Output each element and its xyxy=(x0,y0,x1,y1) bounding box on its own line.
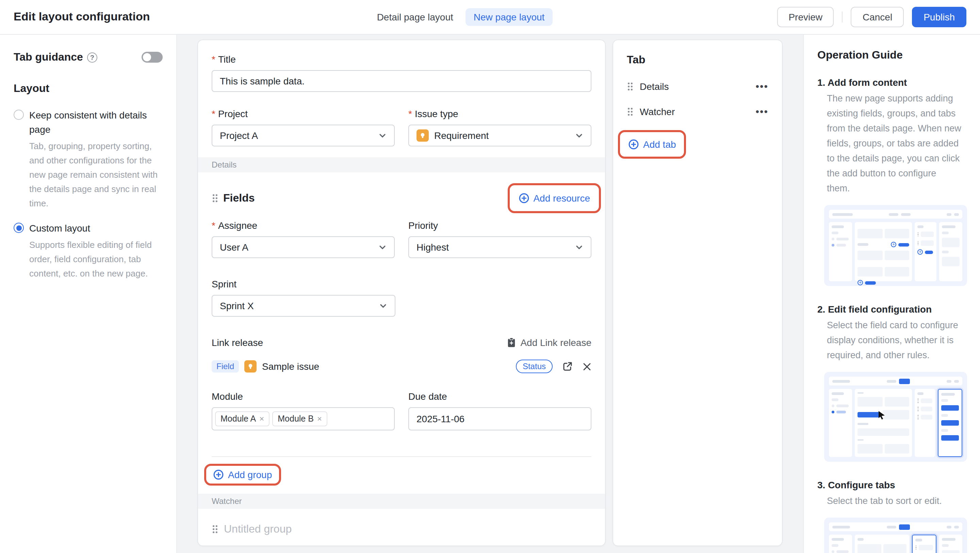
priority-select[interactable]: Highest xyxy=(408,236,592,258)
tab-item-watcher[interactable]: Watcher ••• xyxy=(627,105,768,118)
help-icon[interactable]: ? xyxy=(87,52,97,62)
clipboard-plus-icon xyxy=(506,337,516,348)
operation-guide-panel: Operation Guide 1. Add form content The … xyxy=(803,35,980,553)
tab-new-page-layout[interactable]: New page layout xyxy=(466,8,553,26)
tab-guidance-toggle[interactable] xyxy=(142,52,163,63)
guide-step-description: Select the field card to configure displ… xyxy=(817,318,962,363)
layout-option-custom[interactable]: Custom layout Supports flexible editing … xyxy=(14,222,163,280)
drag-handle-icon[interactable] xyxy=(212,524,218,535)
chevron-down-icon xyxy=(379,131,387,140)
edit-layout-configuration-page: Edit layout configuration Detail page la… xyxy=(0,0,980,553)
chevron-down-icon xyxy=(575,243,583,251)
requirement-type-icon xyxy=(417,129,429,142)
issue-type-icon xyxy=(244,360,256,373)
chevron-down-icon xyxy=(379,302,387,310)
drag-handle-icon[interactable] xyxy=(627,81,633,92)
plus-circle-icon xyxy=(518,193,529,204)
radio-selected-icon[interactable] xyxy=(14,223,24,233)
header: Edit layout configuration Detail page la… xyxy=(0,0,980,35)
priority-field-label: Priority xyxy=(408,220,592,231)
tab-panel-heading: Tab xyxy=(627,54,768,66)
drag-handle-icon[interactable] xyxy=(212,193,218,204)
guide-step-title: 3. Configure tabs xyxy=(817,480,966,490)
assignee-select[interactable]: User A xyxy=(212,236,395,258)
assignee-field-label: * Assignee xyxy=(212,220,395,231)
open-in-new-icon[interactable] xyxy=(562,361,573,372)
due-date-input[interactable]: 2025-11-06 xyxy=(408,407,592,430)
layout-heading: Layout xyxy=(14,83,163,95)
add-group-button[interactable]: Add group xyxy=(213,469,272,480)
operation-guide-heading: Operation Guide xyxy=(817,49,966,61)
guide-step-title: 2. Edit field configuration xyxy=(817,304,966,315)
cancel-button[interactable]: Cancel xyxy=(851,7,904,27)
required-asterisk: * xyxy=(212,220,215,231)
link-release-label: Link release xyxy=(212,337,263,348)
project-field-label: * Project xyxy=(212,108,395,119)
module-chip: Module B × xyxy=(272,411,327,426)
guide-step-title: 1. Add form content xyxy=(817,77,966,88)
tab-item-details[interactable]: Details ••• xyxy=(627,80,768,93)
remove-link-icon[interactable] xyxy=(582,362,592,371)
chevron-down-icon xyxy=(379,243,387,251)
untitled-group-title: Untitled group xyxy=(224,523,292,535)
plus-circle-icon xyxy=(628,139,639,150)
watcher-section-bar: Watcher xyxy=(198,494,605,509)
add-group-highlight-annotation: Add group xyxy=(204,464,281,486)
required-asterisk: * xyxy=(212,54,215,65)
drag-handle-icon[interactable] xyxy=(627,106,633,117)
option-label: Custom layout xyxy=(29,222,165,236)
option-description: Supports flexible editing of field order… xyxy=(29,238,164,280)
title-input[interactable]: This is sample data. xyxy=(212,70,592,92)
sprint-select[interactable]: Sprint X xyxy=(212,295,395,317)
guide-illustration-add-form-content: + + + xyxy=(824,205,967,286)
module-field-label: Module xyxy=(212,391,395,402)
more-menu-icon[interactable]: ••• xyxy=(756,108,768,115)
title-field-label: * Title xyxy=(212,54,592,65)
required-asterisk: * xyxy=(212,108,215,119)
tab-detail-page-layout[interactable]: Detail page layout xyxy=(369,8,461,26)
issue-type-select[interactable]: Requirement xyxy=(408,124,592,147)
sprint-field-label: Sprint xyxy=(212,279,395,289)
canvas-area: * Title This is sample data. * Project P… xyxy=(177,35,803,553)
field-badge: Field xyxy=(212,360,239,373)
tab-panel-card: Tab Details ••• Watcher ••• Add tab xyxy=(612,40,783,546)
issue-type-field-label: * Issue type xyxy=(408,108,592,119)
plus-circle-icon xyxy=(213,469,224,480)
add-tab-highlight-annotation: Add tab xyxy=(618,130,686,159)
guide-step-description: Select the tab to sort or edit. xyxy=(817,494,962,509)
page-title: Edit layout configuration xyxy=(14,10,427,24)
layout-mode-tabs: Detail page layout New page layout xyxy=(369,8,553,26)
add-resource-highlight-annotation: Add resource xyxy=(508,183,601,213)
add-tab-button[interactable]: Add tab xyxy=(628,139,676,150)
details-section-bar: Details xyxy=(198,157,605,172)
option-label: Keep consistent with details page xyxy=(29,108,165,137)
guide-step-description: The new page supports adding existing fi… xyxy=(817,91,962,196)
page-body: Tab guidance ? Layout Keep consistent wi… xyxy=(0,35,980,553)
header-divider xyxy=(842,11,843,22)
due-date-field-label: Due date xyxy=(408,391,592,402)
more-menu-icon[interactable]: ••• xyxy=(756,83,768,90)
status-badge[interactable]: Status xyxy=(516,360,553,373)
group-divider xyxy=(212,456,592,457)
layout-option-consistent[interactable]: Keep consistent with details page Tab, g… xyxy=(14,108,163,210)
required-asterisk: * xyxy=(408,108,412,119)
header-actions: Preview Cancel Publish xyxy=(777,7,966,27)
chip-remove-icon[interactable]: × xyxy=(259,414,264,424)
publish-button[interactable]: Publish xyxy=(912,7,966,27)
add-resource-button[interactable]: Add resource xyxy=(518,193,590,204)
form-preview-card: * Title This is sample data. * Project P… xyxy=(197,40,606,546)
add-link-release-button[interactable]: Add Link release xyxy=(506,337,592,348)
chip-remove-icon[interactable]: × xyxy=(317,414,322,424)
settings-sidebar: Tab guidance ? Layout Keep consistent wi… xyxy=(0,35,177,553)
preview-button[interactable]: Preview xyxy=(777,7,834,27)
tab-guidance-label: Tab guidance xyxy=(14,51,83,63)
module-chip: Module A × xyxy=(215,411,269,426)
chevron-down-icon xyxy=(575,131,583,140)
module-multiselect[interactable]: Module A × Module B × xyxy=(212,407,395,430)
project-select[interactable]: Project A xyxy=(212,124,395,147)
radio-unselected-icon[interactable] xyxy=(14,110,24,120)
tab-guidance-row: Tab guidance ? xyxy=(14,51,163,63)
linked-issue-title[interactable]: Sample issue xyxy=(262,361,319,372)
option-description: Tab, grouping, property sorting, and oth… xyxy=(29,139,164,210)
cursor-arrow-icon xyxy=(878,411,885,419)
